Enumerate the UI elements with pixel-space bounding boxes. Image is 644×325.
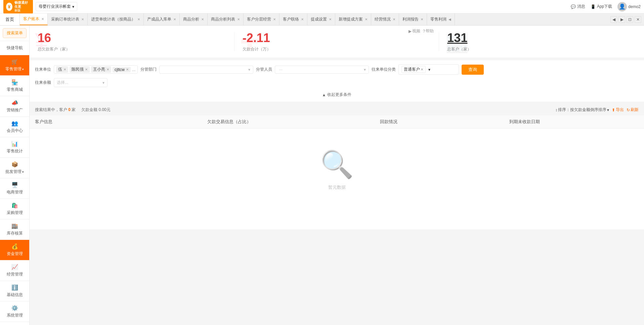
tab-commission-setting[interactable]: 提成设置 ✕	[307, 13, 335, 25]
tab-operations[interactable]: 经营情况 ✕	[371, 13, 399, 25]
sidebar-inventory-label: 库存核算	[7, 230, 23, 236]
close-icon[interactable]: ✕	[329, 17, 332, 21]
more-tags-indicator[interactable]: ...	[132, 67, 135, 72]
content-area: ¥ 16 总欠款客户（家） ✚ -2.11 欠款合计（万） ▶ 视频 ? 帮助	[30, 26, 644, 325]
messages-label: 消息	[577, 4, 585, 9]
tab-product-analysis-list[interactable]: 商品分析列表 ✕	[208, 13, 244, 25]
empty-text: 暂元数据	[328, 184, 346, 190]
tab-bar: 首页 客户账本 ✕ 采购订单统计表 ✕ 进货单统计表（按商品） ✕ 产成品入库单…	[0, 13, 644, 26]
basic-icon: ℹ️	[11, 284, 18, 291]
company-selector[interactable]: 母婴行业演示帐套 ▾	[36, 2, 77, 11]
close-icon[interactable]: ✕	[237, 17, 240, 21]
tab-prev-button[interactable]: ◀	[610, 16, 617, 23]
sidebar-item-basic-info[interactable]: ℹ️ 基础信息	[0, 281, 29, 301]
filter-row-1: 往来单位 伍 ✕ 陈民强 ✕ 王小亮 ✕ cjttcw	[35, 64, 639, 75]
close-icon[interactable]: ✕	[81, 17, 84, 21]
quick-nav-button[interactable]: 快捷导航	[3, 44, 27, 52]
tab-retail-profit[interactable]: 零售利润 ◀	[427, 13, 455, 25]
category-selector[interactable]: 普通客户 ✕ ▾	[398, 64, 459, 75]
tab-home[interactable]: 首页	[0, 13, 20, 25]
sidebar-item-retail-stats[interactable]: 📊 零售统计	[0, 137, 29, 158]
stat-card-customers: ¥ 16 总欠款客户（家）	[30, 26, 234, 58]
sidebar-purchase-label: 采购管理	[7, 210, 23, 216]
sidebar-item-member[interactable]: 👥 会员中心	[0, 117, 29, 137]
sidebar-item-marketing[interactable]: 📣 营销推广	[0, 96, 29, 117]
tab-new-commission[interactable]: 新增提成方案 ✕	[335, 13, 371, 25]
sidebar-item-retail[interactable]: 🛒 零售管理 ▾	[0, 55, 29, 76]
sidebar-item-ecommerce[interactable]: 🖥️ 电商管理	[0, 178, 29, 199]
sidebar-item-retail-mall[interactable]: 🏪 零售商城	[0, 76, 29, 96]
search-menu-button[interactable]: 搜索菜单	[3, 28, 27, 38]
close-icon[interactable]: ✕	[421, 17, 423, 21]
stat-label-total: 总客户（家）	[447, 46, 636, 52]
refresh-button[interactable]: ↻ 刷新	[627, 107, 639, 113]
close-icon[interactable]: ✕	[201, 17, 204, 21]
tag-close-1[interactable]: ✕	[85, 68, 88, 71]
sidebar-item-system[interactable]: ⚙️ 系统管理	[0, 301, 29, 322]
inventory-icon: 🏬	[11, 223, 18, 229]
query-button[interactable]: 查询	[462, 65, 484, 75]
tab-expand-button[interactable]: ⊡	[627, 16, 633, 23]
user-profile[interactable]: 👤 demo2	[617, 2, 641, 11]
close-icon[interactable]: ✕	[173, 17, 176, 21]
filter-tag-3: cjttcw ✕	[113, 67, 131, 72]
tab-product-analysis[interactable]: 商品分析 ✕	[180, 13, 208, 25]
close-icon[interactable]: ✕	[365, 17, 368, 21]
sidebar-item-enterprise[interactable]: 🤝 企业协同	[0, 322, 29, 325]
close-icon[interactable]: ◀	[448, 17, 451, 21]
system-icon: ⚙️	[11, 305, 18, 311]
chevron-up-icon: ▲	[322, 93, 326, 97]
close-icon[interactable]: ✕	[137, 17, 140, 21]
tag-close-0[interactable]: ✕	[63, 68, 66, 71]
tab-purchase-order[interactable]: 采购订单统计表 ✕	[48, 13, 88, 25]
unit-filter-label: 往来单位	[35, 67, 51, 72]
balance-chevron-icon: ▾	[102, 80, 104, 85]
sidebar-item-finance[interactable]: 💰 资金管理	[0, 240, 29, 260]
sidebar-item-operations-mgmt[interactable]: 📈 经营管理	[0, 260, 29, 281]
category-tag-close-icon[interactable]: ✕	[421, 68, 423, 71]
tab-customer-ledger[interactable]: 客户账本 ✕	[20, 13, 48, 25]
tab-customer-contact[interactable]: 客户联络 ✕	[280, 13, 307, 25]
sidebar-search-section: 搜索菜单	[0, 26, 29, 41]
sidebar-item-inventory[interactable]: 🏬 库存核算	[0, 219, 29, 240]
sidebar-basic-label: 基础信息	[7, 292, 23, 298]
person-dropdown[interactable]: ··· ▾	[275, 66, 369, 74]
finance-icon: 💰	[11, 243, 18, 250]
top-bar-right: 💬 消息 📱 App下载 👤 demo2	[571, 2, 641, 11]
sort-button[interactable]: ↕ 排序：按欠款金额倒序排序 ▾	[555, 107, 609, 113]
logo-icon: ¥	[6, 3, 12, 11]
sidebar-retail-label: 零售管理	[5, 66, 22, 72]
company-name: 母婴行业演示帐套	[39, 4, 71, 9]
dept-dropdown[interactable]: ▾	[159, 66, 253, 74]
sidebar-item-wholesale[interactable]: 📦 批发管理 ▾	[0, 158, 29, 178]
collapse-button[interactable]: ▲ 收起更多条件	[35, 91, 639, 100]
avatar: 👤	[617, 2, 627, 11]
messages-button[interactable]: 💬 消息	[571, 4, 585, 9]
close-icon[interactable]: ✕	[41, 17, 44, 21]
sidebar-item-purchase[interactable]: 🛍️ 采购管理	[0, 199, 29, 219]
app-download-button[interactable]: 📱 App下载	[591, 4, 612, 9]
stats-icon: 📊	[11, 141, 18, 147]
tab-purchase-stats[interactable]: 进货单统计表（按商品） ✕	[88, 13, 144, 25]
tab-close-all-button[interactable]: ✕	[635, 16, 641, 23]
balance-dropdown[interactable]: 选择... ▾	[54, 78, 108, 87]
refresh-icon: ↻	[627, 108, 630, 112]
close-icon[interactable]: ✕	[393, 17, 395, 21]
close-icon[interactable]: ✕	[301, 17, 304, 21]
tag-close-2[interactable]: ✕	[106, 68, 109, 71]
balance-filter-label: 往来余额	[35, 80, 51, 85]
export-label: 导出	[616, 107, 624, 113]
app-download-label: App下载	[597, 4, 612, 9]
tab-profit-report[interactable]: 利润报告 ✕	[399, 13, 427, 25]
result-actions: ↕ 排序：按欠款金额倒序排序 ▾ ⬆ 导出 ↻ 刷新	[555, 107, 639, 113]
export-button[interactable]: ⬆ 导出	[612, 107, 624, 113]
balance-placeholder: 选择...	[57, 80, 68, 85]
stat-value-customers: 16	[38, 31, 226, 45]
tag-close-3[interactable]: ✕	[126, 68, 129, 71]
tab-next-button[interactable]: ▶	[618, 16, 625, 23]
stats-row: ¥ 16 总欠款客户（家） ✚ -2.11 欠款合计（万） ▶ 视频 ? 帮助	[30, 26, 644, 58]
tab-product-inbound[interactable]: 产成品入库单 ✕	[144, 13, 180, 25]
tab-customer-segment[interactable]: 客户分层经营 ✕	[244, 13, 280, 25]
close-icon[interactable]: ✕	[273, 17, 276, 21]
category-selected-text: 普通客户	[404, 67, 420, 72]
